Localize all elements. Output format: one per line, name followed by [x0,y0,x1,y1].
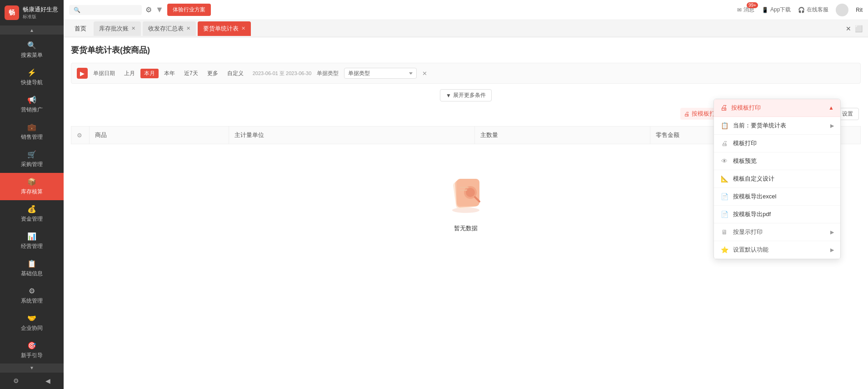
username-label: Rit [856,7,863,13]
tab-order-label: 要货单统计表 [203,25,239,33]
dropdown-panel: 🖨 按模板打印 ▲ 📋 当前：要货单统计表 ▶ 🖨 模板打印 👁 [713,99,841,259]
svg-point-0 [452,207,479,213]
tab-batch-close[interactable]: ✕ [131,25,135,31]
guide-icon: 🎯 [27,341,36,350]
sidebar-item-purchase[interactable]: 🛒 采购管理 [0,146,64,173]
date-opt-current-month[interactable]: 本月 [140,69,159,78]
sidebar-item-label: 企业协同 [21,324,43,332]
col-settings: ⚙ [71,126,90,144]
col-quantity: 主数量 [475,126,650,144]
order-type-select[interactable]: 单据类型 [344,68,417,79]
sidebar-item-guide[interactable]: 🎯 新手引导 [0,337,64,364]
sidebar-item-base[interactable]: 📋 基础信息 [0,255,64,282]
search-glass-icon: 🔍 [74,7,80,13]
logo-text: 畅康通好生意 标准版 [23,6,58,20]
dropdown-header: 🖨 按模板打印 ▲ [714,99,840,117]
tab-batch[interactable]: 库存批次账 ✕ [94,21,141,36]
template-design-icon: 📐 [720,175,728,182]
sidebar-scroll-down[interactable]: ▼ [0,364,64,372]
dropdown-template-preview[interactable]: 👁 模板预览 [714,152,840,170]
industry-btn[interactable]: 体验行业方案 [167,4,211,16]
dropdown-export-excel[interactable]: 📄 按模板导出excel [714,188,840,206]
sidebar-item-label: 资金管理 [21,215,43,223]
logo-icon: 畅 [5,5,19,20]
app-download-btn[interactable]: 📱 App下载 [762,6,791,14]
tab-home[interactable]: 首页 [69,21,92,36]
collab-icon: 🤝 [27,314,36,323]
dropdown-current-label: 当前：要货单统计表 [733,121,786,130]
dropdown-collapse-icon[interactable]: ▲ [828,105,834,111]
sidebar-item-system[interactable]: ⚙ 系统管理 [0,282,64,309]
message-icon: ✉ [737,7,742,13]
messages-badge: 99+ [747,2,758,8]
topbar-gear-icon[interactable]: ⚙ [145,5,152,14]
tab-order-close[interactable]: ✕ [241,25,245,31]
online-service-btn[interactable]: 🎧 在线客服 [798,6,828,14]
template-print-icon: 🖨 [720,140,728,147]
sidebar-item-marketing[interactable]: 📢 营销推广 [0,91,64,118]
expand-more-btn[interactable]: ▼ 展开更多条件 [440,89,492,101]
sidebar-item-label: 经营管理 [21,242,43,250]
sidebar-item-finance[interactable]: 💰 资金管理 [0,200,64,227]
online-service-label: 在线客服 [807,6,828,14]
sidebar-item-search[interactable]: 🔍 搜索菜单 [0,36,64,64]
order-type-clear-icon[interactable]: ✕ [422,70,427,77]
filter-expand-arrow[interactable]: ▶ [77,68,88,79]
date-opt-prev-month[interactable]: 上月 [120,69,139,78]
template-print-label: 模板打印 [733,139,757,147]
print-dropdown-icon: 🖨 [720,104,728,112]
dropdown-display-print[interactable]: 🖥 按显示打印 ▶ [714,223,840,241]
main-area: 🔍 ⚙ ▼ 体验行业方案 ✉ 消息 99+ 📱 App下载 🎧 在线客服 Rit [64,0,868,389]
tabs-maximize-icon[interactable]: ⬜ [855,25,863,32]
sidebar-item-label: 新手引导 [21,352,43,359]
sidebar-item-operations[interactable]: 📊 经营管理 [0,227,64,255]
print-icon: 🖨 [684,111,690,117]
dropdown-template-print[interactable]: 🖨 模板打印 [714,135,840,152]
dropdown-export-pdf[interactable]: 📄 按模板导出pdf [714,206,840,223]
operations-icon: 📊 [27,232,36,241]
date-filter-label: 单据日期 [93,70,115,77]
export-pdf-icon: 📄 [720,211,728,218]
collapse-icon[interactable]: ◀ [45,377,50,384]
tab-order[interactable]: 要货单统计表 ✕ [198,21,251,36]
settings-footer-icon[interactable]: ⚙ [13,377,19,384]
topbar-search-box[interactable]: 🔍 [69,5,142,15]
page-content: 要货单统计表(按商品) ▶ 单据日期 上月 本月 本年 近7天 更多 自定义 2… [64,37,868,389]
sidebar-item-label: 采购管理 [21,161,43,168]
sidebar-item-sales[interactable]: 💼 销售管理 [0,118,64,146]
order-type-label: 单据类型 [317,70,339,77]
table-settings-icon[interactable]: ⚙ [77,132,82,139]
sidebar-item-collab[interactable]: 🤝 企业协同 [0,309,64,337]
tab-receipt[interactable]: 收发存汇总表 ✕ [143,21,196,36]
export-excel-icon: 📄 [720,193,728,200]
user-avatar[interactable] [836,4,848,16]
dropdown-template-design[interactable]: 📐 模板自定义设计 [714,170,840,188]
phone-icon: 📱 [762,7,768,13]
topbar: 🔍 ⚙ ▼ 体验行业方案 ✉ 消息 99+ 📱 App下载 🎧 在线客服 Rit [64,0,868,20]
quicknav-icon: ⚡ [27,68,36,77]
sidebar-item-label: 系统管理 [21,297,43,305]
col-unit: 主计量单位 [229,126,475,144]
display-print-icon: 🖥 [720,228,728,236]
dropdown-header-right: ▲ [828,105,834,111]
dropdown-set-default[interactable]: ⭐ 设置默认功能 ▶ [714,241,840,259]
tabs-close-all-icon[interactable]: ✕ [846,25,851,32]
col-product: 商品 [90,126,229,144]
dropdown-current-template[interactable]: 📋 当前：要货单统计表 ▶ [714,117,840,135]
messages-btn[interactable]: ✉ 消息 99+ [737,6,754,14]
sales-icon: 💼 [27,123,36,131]
date-opt-more[interactable]: 更多 [204,69,222,78]
empty-icon [443,172,489,217]
sidebar-scroll-up[interactable]: ▲ [0,26,64,35]
topbar-expand-icon[interactable]: ▼ [155,5,164,15]
sidebar-item-quicknav[interactable]: ⚡ 快捷导航 [0,64,64,91]
system-icon: ⚙ [29,287,35,295]
date-opt-custom[interactable]: 自定义 [224,69,247,78]
sidebar-item-inventory[interactable]: 📦 库存核算 [0,173,64,200]
expand-chevron-icon: ▼ [446,92,451,99]
tab-receipt-close[interactable]: ✕ [186,25,190,31]
display-print-arrow: ▶ [830,229,834,235]
date-opt-current-year[interactable]: 本年 [160,69,179,78]
template-preview-icon: 👁 [720,157,728,165]
date-opt-last7[interactable]: 近7天 [180,69,202,78]
